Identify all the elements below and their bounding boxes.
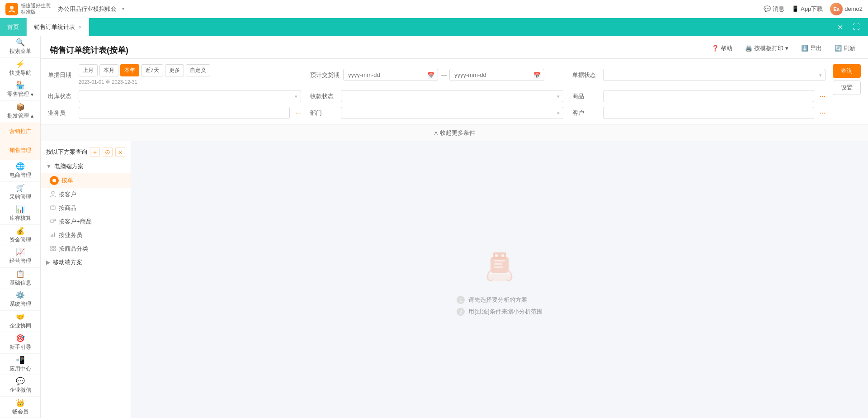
tree-mobile-label: 移动端方案 xyxy=(53,258,82,266)
sidebar-item-inventory[interactable]: 📊 库存核算 xyxy=(0,203,40,225)
sidebar-item-retail[interactable]: 🏪 零售管理 ▾ xyxy=(0,79,40,101)
tree-item-by-customer-goods[interactable]: 按客户+商品 xyxy=(41,215,131,228)
print-icon: 🖨️ xyxy=(745,45,752,52)
main-layout: 🔍 搜索菜单 ⚡ 快捷导航 🏪 零售管理 ▾ 📦 批发管理 ▴ 营销推广 xyxy=(0,36,868,418)
message-btn[interactable]: 💬 消息 xyxy=(764,5,784,13)
tab-expand-icon[interactable]: ⛶ xyxy=(850,21,863,33)
export-btn[interactable]: ⬇️ 导出 xyxy=(797,43,826,54)
sidebar-item-ecommerce[interactable]: 🌐 电商管理 xyxy=(0,160,40,182)
system-label: 系统管理 xyxy=(9,300,31,308)
sidebar-item-wechat[interactable]: 💬 企业微信 xyxy=(0,375,40,397)
sidebar-item-sales[interactable]: 销售管理 xyxy=(0,141,40,160)
status-select[interactable] xyxy=(603,69,826,81)
ecommerce-label: 电商管理 xyxy=(9,171,31,179)
sidebar-item-enterprise[interactable]: 🤝 企业协同 xyxy=(0,311,40,332)
avatar-initials: Ea xyxy=(834,6,840,12)
expected-date-to-wrapper xyxy=(449,69,544,81)
date-filter-label: 单据日期 xyxy=(48,71,75,79)
customer-dots-icon[interactable]: ··· xyxy=(820,109,826,117)
tab-close-icon[interactable]: × xyxy=(79,24,81,30)
customer-input[interactable] xyxy=(603,107,814,119)
sidebar-item-wholesale[interactable]: 📦 批发管理 ▴ xyxy=(0,101,40,123)
wholesale-expand-arrow: ▴ xyxy=(31,113,33,119)
settings-button[interactable]: 设置 xyxy=(833,81,861,95)
sidebar-item-purchase[interactable]: 🛒 采购管理 xyxy=(0,182,40,204)
sidebar-item-marketing[interactable]: 营销推广 xyxy=(0,122,40,141)
sidebar-item-system[interactable]: ⚙️ 系统管理 xyxy=(0,289,40,311)
svg-point-5 xyxy=(54,219,56,221)
refresh-btn[interactable]: 🔄 刷新 xyxy=(831,43,859,54)
collapse-panel-btn[interactable]: « xyxy=(115,147,125,157)
settings-scheme-btn[interactable]: ⊙ xyxy=(103,147,113,157)
user-area[interactable]: Ea demo2 xyxy=(830,3,863,15)
date-last7-btn[interactable]: 近7天 xyxy=(141,64,163,76)
department-select[interactable] xyxy=(341,107,563,119)
right-content: 1 请先选择要分析的方案 2 用[过滤]条件来缩小分析范围 xyxy=(131,141,868,418)
department-filter-label: 部门 xyxy=(310,109,337,117)
retail-expand-arrow: ▾ xyxy=(31,91,33,98)
status-filter-label: 单据状态 xyxy=(572,71,599,79)
sales-label: 销售管理 xyxy=(9,147,31,154)
help-btn[interactable]: ❓ 帮助 xyxy=(708,43,736,54)
left-panel-title: 按以下方案查询 xyxy=(46,148,87,156)
collection-status-select[interactable] xyxy=(341,90,563,102)
date-more-btn[interactable]: 更多 xyxy=(165,64,184,76)
salesman-dots-icon[interactable]: ··· xyxy=(295,109,301,117)
sidebar-search-menu[interactable]: 🔍 搜索菜单 xyxy=(0,36,40,58)
expected-date-from-input[interactable] xyxy=(343,69,438,81)
tab-close-window-icon[interactable]: ✕ xyxy=(834,21,846,33)
quick-date-buttons: 上月 本月 本年 近7天 更多 自定义 xyxy=(79,64,301,76)
tree-item-by-salesman[interactable]: 按业务员 xyxy=(41,228,131,242)
expected-date-from-wrapper xyxy=(343,69,438,81)
username-label: demo2 xyxy=(844,5,863,12)
page-header-actions: ❓ 帮助 🖨️ 按模板打印 ▾ ⬇️ 导出 🔄 刷新 xyxy=(708,43,859,58)
tree-item-by-customer[interactable]: 按客户 xyxy=(41,188,131,201)
tree-item-by-category[interactable]: 按商品分类 xyxy=(41,242,131,256)
tab-sales-stats[interactable]: 销售订单统计表 × xyxy=(27,18,89,36)
collapse-bar[interactable]: ∧ 收起更多条件 xyxy=(41,125,868,141)
template-print-btn[interactable]: 🖨️ 按模板打印 ▾ xyxy=(741,43,792,54)
department-select-wrapper xyxy=(341,107,563,119)
expected-date-label: 预计交货期 xyxy=(310,71,340,79)
tree-item-by-order[interactable]: 按单 xyxy=(41,173,131,188)
sidebar-sub-wholesale: 营销推广 销售管理 xyxy=(0,122,40,160)
tree-expand-icon-mobile: ▶ xyxy=(46,259,50,266)
empty-hint-2: 2 用[过滤]条件来缩小分析范围 xyxy=(457,308,542,316)
tab-home-label: 首页 xyxy=(7,23,19,31)
expected-date-to-input[interactable] xyxy=(449,69,544,81)
purchase-icon: 🛒 xyxy=(16,184,25,192)
date-last-month-btn[interactable]: 上月 xyxy=(79,64,98,76)
system-title-dropdown-icon[interactable]: ▾ xyxy=(122,6,124,11)
wechat-label: 企业微信 xyxy=(9,386,31,394)
salesman-input[interactable] xyxy=(79,107,290,119)
appstore-icon: 📲 xyxy=(16,356,25,364)
sidebar-item-finance[interactable]: 💰 资金管理 xyxy=(0,225,40,247)
add-scheme-btn[interactable]: + xyxy=(90,147,100,157)
filter-action-buttons: 查询 设置 xyxy=(833,64,861,95)
tree-parent-pc[interactable]: ▼ 电脑端方案 xyxy=(41,160,131,173)
content-area: 销售订单统计表(按单) ❓ 帮助 🖨️ 按模板打印 ▾ ⬇️ 导出 🔄 刷新 xyxy=(41,36,868,418)
sidebar-item-basic-info[interactable]: 📋 基础信息 xyxy=(0,268,40,290)
sidebar-item-member[interactable]: 👑 畅会员 xyxy=(0,397,40,418)
out-status-select[interactable] xyxy=(79,90,301,102)
app-download-btn[interactable]: 📱 App下载 xyxy=(792,5,823,13)
goods-dots-icon[interactable]: ··· xyxy=(820,92,826,100)
collection-status-label: 收款状态 xyxy=(310,92,337,100)
newbie-label: 新手引导 xyxy=(9,343,31,351)
sidebar-item-newbie[interactable]: 🎯 新手引导 xyxy=(0,332,40,354)
tab-home[interactable]: 首页 xyxy=(0,18,27,36)
sidebar-quick-nav[interactable]: ⚡ 快捷导航 xyxy=(0,58,40,80)
category-tree-icon xyxy=(50,245,56,253)
date-filter-cell: 单据日期 上月 本月 本年 近7天 更多 自定义 2023-01-01 至 20… xyxy=(48,64,301,86)
sidebar-item-operations[interactable]: 📈 经营管理 xyxy=(0,246,40,268)
tree-item-by-goods[interactable]: 按商品 xyxy=(41,201,131,215)
sidebar-item-appstore[interactable]: 📲 应用中心 xyxy=(0,354,40,375)
tree-parent-mobile[interactable]: ▶ 移动端方案 xyxy=(41,256,131,269)
export-icon: ⬇️ xyxy=(801,45,808,52)
goods-input[interactable] xyxy=(603,90,814,102)
date-custom-btn[interactable]: 自定义 xyxy=(186,64,210,76)
query-button[interactable]: 查询 xyxy=(833,64,861,78)
out-status-select-wrapper xyxy=(79,90,301,102)
date-this-month-btn[interactable]: 本月 xyxy=(99,64,118,76)
date-this-year-btn[interactable]: 本年 xyxy=(120,64,139,76)
